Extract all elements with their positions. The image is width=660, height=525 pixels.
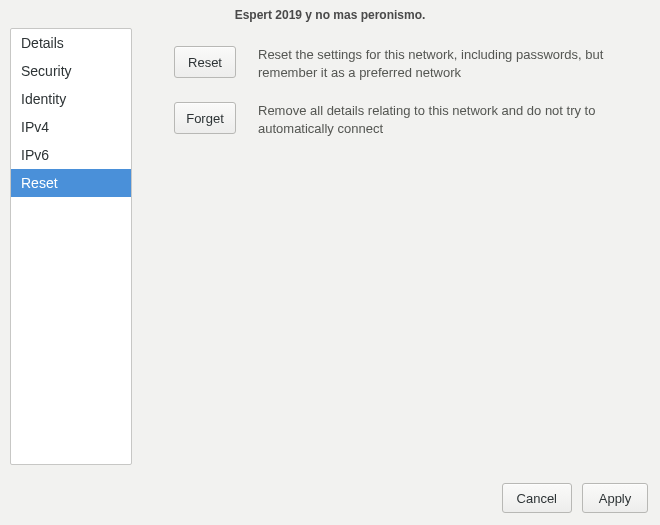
network-settings-dialog: Espert 2019 y no mas peronismo. Details …	[0, 0, 660, 525]
sidebar-item-ipv4[interactable]: IPv4	[11, 113, 131, 141]
forget-description: Remove all details relating to this netw…	[258, 102, 640, 138]
apply-button[interactable]: Apply	[582, 483, 648, 513]
sidebar-item-reset[interactable]: Reset	[11, 169, 131, 197]
sidebar: Details Security Identity IPv4 IPv6 Rese…	[10, 28, 132, 465]
dialog-footer: Cancel Apply	[0, 473, 660, 525]
sidebar-item-security[interactable]: Security	[11, 57, 131, 85]
reset-description: Reset the settings for this network, inc…	[258, 46, 640, 82]
main-panel: Reset Reset the settings for this networ…	[144, 28, 650, 465]
sidebar-item-details[interactable]: Details	[11, 29, 131, 57]
forget-button[interactable]: Forget	[174, 102, 236, 134]
sidebar-item-label: Reset	[21, 175, 58, 191]
sidebar-item-label: IPv6	[21, 147, 49, 163]
sidebar-item-identity[interactable]: Identity	[11, 85, 131, 113]
forget-row: Forget Remove all details relating to th…	[174, 102, 640, 138]
sidebar-item-label: IPv4	[21, 119, 49, 135]
cancel-button[interactable]: Cancel	[502, 483, 572, 513]
sidebar-item-label: Details	[21, 35, 64, 51]
reset-row: Reset Reset the settings for this networ…	[174, 46, 640, 82]
content-area: Details Security Identity IPv4 IPv6 Rese…	[0, 28, 660, 473]
sidebar-item-label: Identity	[21, 91, 66, 107]
dialog-title: Espert 2019 y no mas peronismo.	[0, 0, 660, 28]
sidebar-item-ipv6[interactable]: IPv6	[11, 141, 131, 169]
reset-button[interactable]: Reset	[174, 46, 236, 78]
sidebar-item-label: Security	[21, 63, 72, 79]
